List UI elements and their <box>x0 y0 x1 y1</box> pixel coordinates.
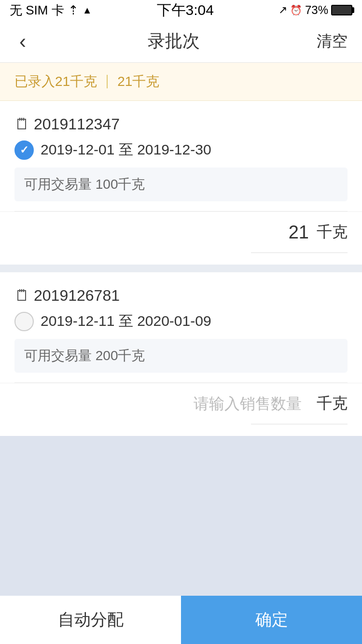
wifi-icon: ⇡ <box>68 3 79 18</box>
info-banner: 已录入21千克 21千克 <box>0 63 362 101</box>
batch1-underline-line <box>251 252 348 253</box>
batch2-underline <box>0 424 362 424</box>
batch1-available-qty: 可用交易量 100千克 <box>14 168 348 201</box>
carrier-label: 无 SIM 卡 <box>10 2 64 19</box>
batch-card-2: 🗒 2019126781 2019-12-11 至 2020-01-09 可用交… <box>0 272 362 436</box>
batch2-date-row[interactable]: 2019-12-11 至 2020-01-09 <box>14 311 348 331</box>
batch2-date: 2019-12-11 至 2020-01-09 <box>41 311 211 331</box>
info-divider <box>107 75 108 88</box>
status-time: 下午3:04 <box>157 0 214 20</box>
wifi-signal-icon: ▲ <box>83 5 92 16</box>
batch2-id-row: 🗒 2019126781 <box>14 287 348 305</box>
batch2-icon: 🗒 <box>14 287 30 305</box>
batch2-qty-input[interactable] <box>115 395 309 413</box>
battery-percent: 73% <box>305 3 328 17</box>
batch1-amount-unit: 千克 <box>317 222 348 243</box>
batch1-radio[interactable] <box>14 140 34 160</box>
batch2-id: 2019126781 <box>34 287 120 305</box>
auto-distribute-button[interactable]: 自动分配 <box>0 596 181 644</box>
batch2-radio[interactable] <box>14 312 34 331</box>
batch2-available-qty: 可用交易量 200千克 <box>14 339 348 373</box>
recorded-amount-value: 21千克 <box>117 72 159 91</box>
batch-card-2-inner: 🗒 2019126781 2019-12-11 至 2020-01-09 可用交… <box>0 272 362 373</box>
batch-card-1: 🗒 2019112347 2019-12-01 至 2019-12-30 可用交… <box>0 101 362 265</box>
confirm-button[interactable]: 确定 <box>181 596 362 644</box>
batch2-unit: 千克 <box>317 393 348 414</box>
large-background-area <box>0 436 362 619</box>
batch2-available-text: 可用交易量 200千克 <box>24 348 145 363</box>
batch-card-1-inner: 🗒 2019112347 2019-12-01 至 2019-12-30 可用交… <box>0 101 362 201</box>
battery-icon <box>331 5 352 15</box>
recorded-amount-label: 已录入21千克 <box>14 72 97 91</box>
batch1-underline <box>0 252 362 253</box>
status-bar: 无 SIM 卡 ⇡ ▲ 下午3:04 ↗ ⏰ 73% <box>0 0 362 20</box>
back-button[interactable]: ‹ <box>14 25 31 58</box>
location-icon: ↗ <box>278 4 287 16</box>
batch1-available-text: 可用交易量 100千克 <box>24 177 145 192</box>
alarm-icon: ⏰ <box>290 4 302 16</box>
batch1-amount-value: 21 <box>289 222 309 243</box>
batch1-id-row: 🗒 2019112347 <box>14 115 348 133</box>
batch1-amount-row: 21 千克 <box>0 211 362 252</box>
batch1-date: 2019-12-01 至 2019-12-30 <box>41 140 211 160</box>
nav-bar: ‹ 录批次 清空 <box>0 20 362 63</box>
batch2-input-row: 千克 <box>0 383 362 424</box>
section-divider <box>0 265 362 272</box>
batch2-underline-line <box>251 424 348 424</box>
status-right: ↗ ⏰ 73% <box>278 3 352 17</box>
page-title: 录批次 <box>148 29 200 53</box>
bottom-bar: 自动分配 确定 <box>0 596 362 644</box>
batch1-id: 2019112347 <box>34 115 120 133</box>
status-left: 无 SIM 卡 ⇡ ▲ <box>10 2 92 19</box>
batch1-date-row[interactable]: 2019-12-01 至 2019-12-30 <box>14 140 348 160</box>
clear-button[interactable]: 清空 <box>317 31 348 52</box>
batch1-icon: 🗒 <box>14 115 30 133</box>
page-content: 已录入21千克 21千克 🗒 2019112347 2019-12-01 至 2… <box>0 63 362 644</box>
